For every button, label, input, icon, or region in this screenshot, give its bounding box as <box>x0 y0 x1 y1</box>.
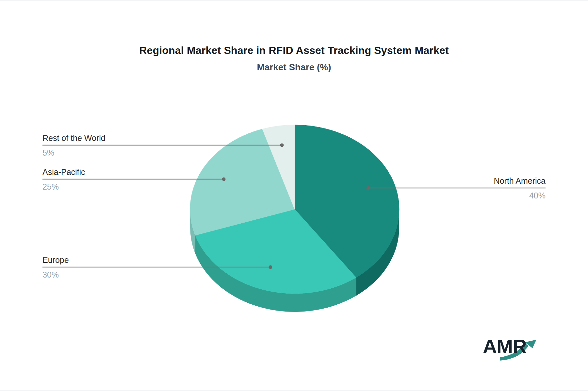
amr-logo: AMR <box>483 337 545 366</box>
leader-dot-asia-pacific <box>222 178 226 181</box>
slice-value-rest-of-the-world: 5% <box>42 148 54 158</box>
leader-dot-europe <box>269 265 272 269</box>
chart-canvas: Regional Market Share in RFID Asset Trac… <box>0 0 588 391</box>
slice-value-asia-pacific: 25% <box>42 182 59 192</box>
slice-value-north-america: 40% <box>529 191 546 200</box>
slice-value-europe: 30% <box>42 270 59 280</box>
slice-label-asia-pacific: Asia-Pacific <box>42 167 85 177</box>
slice-label-north-america: North America <box>494 176 546 186</box>
pie-chart <box>0 0 588 391</box>
slice-label-rest-of-the-world: Rest of the World <box>42 133 106 143</box>
logo-text: AMR <box>483 337 527 356</box>
leader-dot-rest-of-the-world <box>280 144 284 147</box>
slice-label-europe: Europe <box>42 255 69 265</box>
leader-dot-north-america <box>367 186 370 190</box>
